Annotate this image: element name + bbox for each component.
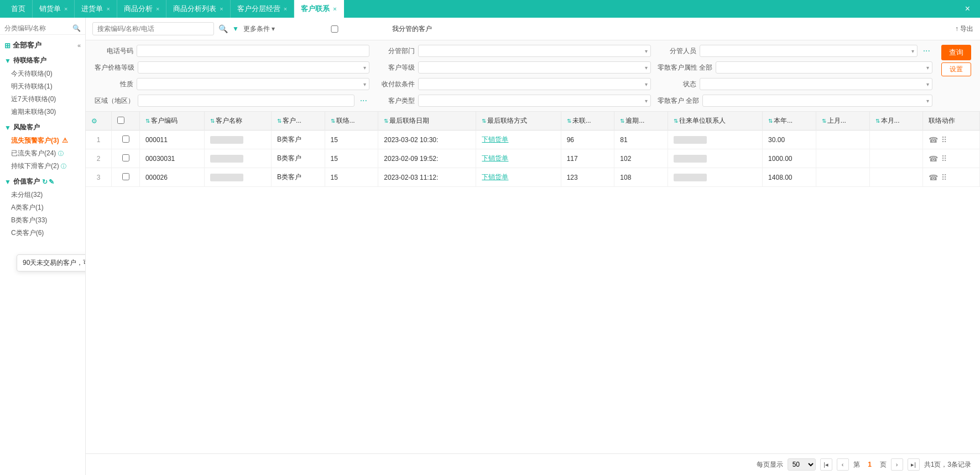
th-contact[interactable]: ⇅联络...: [325, 112, 378, 131]
row-unit-contact-2: [668, 149, 763, 168]
sidebar-group-value: ▼ 价值客户 ↻ ✎ 未分组(32) A类客户(1) B类客户(33) C类客户…: [0, 175, 85, 239]
manager-select[interactable]: [700, 45, 918, 57]
sidebar-search-icon[interactable]: 🔍: [72, 24, 81, 32]
contact-icon-3[interactable]: ☎: [929, 173, 938, 182]
prev-page-btn[interactable]: ‹: [837, 458, 849, 471]
th-name[interactable]: ⇅客户名称: [205, 112, 271, 131]
th-check[interactable]: [112, 112, 140, 131]
region-input[interactable]: [138, 95, 355, 107]
nav-purchase-order[interactable]: 进货单 ×: [75, 0, 117, 18]
retail-customer-select[interactable]: [702, 95, 932, 107]
sidebar-item-declining[interactable]: 持续下滑客户(2) ⓘ: [0, 160, 85, 173]
row-check-2[interactable]: [112, 149, 140, 168]
row-way-2[interactable]: 下销货单: [476, 149, 561, 168]
status-select[interactable]: [700, 78, 932, 90]
th-overdue[interactable]: ⇅逾期...: [614, 112, 668, 131]
nav-customer-tier[interactable]: 客户分层经营 ×: [231, 0, 294, 18]
sidebar-item-overdue-contact[interactable]: 逾期未联络(30): [0, 106, 85, 118]
nav-sales-order[interactable]: 销货单 ×: [33, 0, 75, 18]
nav-customer-contact[interactable]: 客户联系 ×: [294, 0, 343, 18]
nav-product-analysis-list[interactable]: 商品分析列表 ×: [166, 0, 230, 18]
search-button[interactable]: 🔍: [218, 24, 228, 33]
more-action-icon-2[interactable]: ⠿: [941, 154, 947, 163]
nav-product-analysis[interactable]: 商品分析 ×: [117, 0, 166, 18]
sidebar-group-risk-title[interactable]: ▼ 风险客户: [0, 121, 85, 134]
sidebar-item-today[interactable]: 今天待联络(0): [0, 67, 85, 80]
sidebar-item-ungroup[interactable]: 未分组(32): [0, 189, 85, 201]
price-tier-select[interactable]: [138, 61, 369, 74]
th-this-month[interactable]: ⇅本月...: [869, 112, 923, 131]
th-last-month[interactable]: ⇅上月...: [816, 112, 869, 131]
sidebar-item-churn-warning[interactable]: 流失预警客户(3) ⚠: [0, 134, 85, 147]
th-last-date[interactable]: ⇅最后联络日期: [378, 112, 476, 131]
th-last-way[interactable]: ⇅最后联络方式: [476, 112, 561, 131]
row-date-2: 2023-02-09 19:52:: [378, 149, 476, 168]
per-page-select[interactable]: 50 100 200: [788, 458, 816, 471]
gear-icon[interactable]: ⚙: [91, 117, 97, 125]
window-close-button[interactable]: ×: [960, 4, 976, 14]
settings-button[interactable]: 设置: [941, 62, 971, 76]
sidebar-item-b-class[interactable]: B类客户(33): [0, 214, 85, 227]
manager-ellipsis[interactable]: ···: [921, 46, 932, 56]
filter-nature: 性质 ▾: [95, 78, 369, 90]
close-product-analysis-list[interactable]: ×: [220, 6, 223, 12]
close-purchase-order[interactable]: ×: [106, 6, 110, 12]
close-sales-order[interactable]: ×: [64, 6, 67, 12]
last-way-link-3[interactable]: 下销货单: [482, 173, 508, 181]
payment-select[interactable]: [418, 78, 651, 90]
row-checkbox-3[interactable]: [122, 173, 129, 180]
th-uncontacted[interactable]: ⇅未联...: [561, 112, 614, 131]
row-checkbox-1[interactable]: [122, 135, 129, 143]
more-conditions-btn[interactable]: 更多条件 ▾: [243, 24, 275, 34]
phone-input[interactable]: [137, 45, 369, 57]
search-input[interactable]: [92, 22, 214, 35]
sidebar-search-input[interactable]: [4, 24, 72, 32]
sidebar-all-customers[interactable]: ⊞ 全部客户 «: [0, 37, 85, 54]
retail-attr-select[interactable]: [716, 61, 932, 74]
row-check-3[interactable]: [112, 168, 140, 187]
edit-icon[interactable]: ✎: [49, 178, 54, 186]
th-code[interactable]: ⇅客户编码: [139, 112, 205, 131]
more-action-icon-3[interactable]: ⠿: [941, 173, 947, 182]
filter-panel: 电话号码 分管部门 ▾ 分管人员: [86, 40, 980, 112]
contact-icon-2[interactable]: ☎: [929, 154, 938, 163]
th-unit-contact[interactable]: ⇅往来单位联系人: [668, 112, 763, 131]
last-way-link-2[interactable]: 下销货单: [482, 154, 508, 162]
query-button[interactable]: 查询: [941, 45, 971, 60]
first-page-btn[interactable]: |◂: [820, 458, 832, 471]
more-action-icon-1[interactable]: ⠿: [941, 135, 947, 144]
row-checkbox-2[interactable]: [122, 154, 129, 161]
sidebar-item-tomorrow[interactable]: 明天待联络(1): [0, 80, 85, 93]
sidebar-item-c-class[interactable]: C类客户(6): [0, 227, 85, 239]
close-customer-tier[interactable]: ×: [284, 6, 287, 12]
close-product-analysis[interactable]: ×: [156, 6, 159, 12]
refresh-icon[interactable]: ↻: [42, 178, 48, 186]
row-way-1[interactable]: 下销货单: [476, 131, 561, 149]
sidebar-group-value-title[interactable]: ▼ 价值客户 ↻ ✎: [0, 175, 85, 189]
nature-select[interactable]: [137, 78, 369, 90]
sidebar-collapse-btn[interactable]: «: [77, 42, 81, 49]
customer-tier-select[interactable]: [418, 61, 651, 74]
nav-home[interactable]: 首页: [4, 0, 33, 18]
export-button[interactable]: ↑ 导出: [955, 24, 973, 34]
row-check-1[interactable]: [112, 131, 140, 149]
customer-type-select[interactable]: [418, 95, 651, 107]
sidebar-item-a-class[interactable]: A类客户(1): [0, 201, 85, 214]
last-way-link-1[interactable]: 下销货单: [482, 135, 508, 143]
dept-select[interactable]: [418, 45, 651, 57]
select-all-checkbox[interactable]: [117, 117, 124, 124]
contact-icon-1[interactable]: ☎: [929, 135, 938, 144]
my-customers-checkbox[interactable]: [279, 25, 390, 33]
th-gear[interactable]: ⚙: [86, 112, 112, 131]
close-customer-contact[interactable]: ×: [333, 6, 336, 12]
th-type[interactable]: ⇅客户...: [271, 112, 325, 131]
row-way-3[interactable]: 下销货单: [476, 168, 561, 187]
sidebar-group-pending-title[interactable]: ▼ 待联络客户: [0, 54, 85, 67]
last-page-btn[interactable]: ▸|: [908, 458, 920, 471]
next-page-btn[interactable]: ›: [891, 458, 903, 471]
sidebar-item-7days[interactable]: 近7天待联络(0): [0, 93, 85, 106]
my-customers-checkbox-label[interactable]: 我分管的客户: [279, 24, 432, 34]
region-ellipsis[interactable]: ···: [358, 96, 369, 106]
th-this-year[interactable]: ⇅本年...: [763, 112, 816, 131]
sidebar-item-churned[interactable]: 已流失客户(24) ⓘ: [0, 147, 85, 160]
